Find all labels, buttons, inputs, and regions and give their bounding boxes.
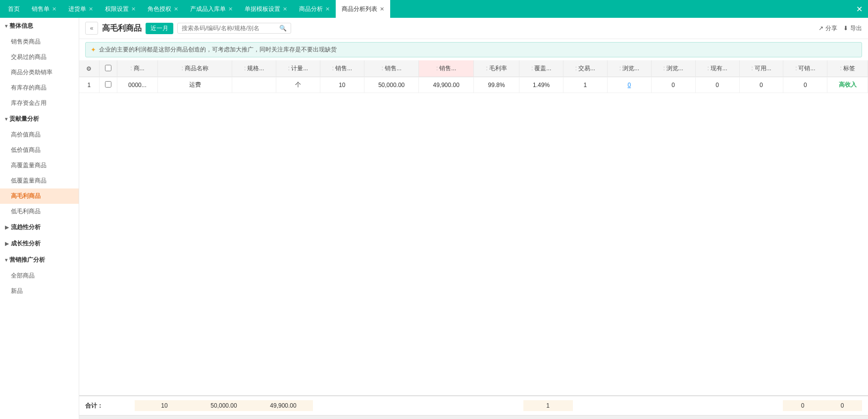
sidebar-item-traded-goods[interactable]: 交易过的商品: [0, 49, 79, 65]
recent-month-button[interactable]: 近一月: [146, 23, 173, 34]
sidebar-item-sales-goods[interactable]: 销售类商品: [0, 34, 79, 49]
hint-icon: ✦: [91, 46, 96, 53]
row-current: 0: [695, 77, 739, 93]
product-table: ⚙ :商... :商品名称 :规格... :计量... :销售... :销售..…: [79, 60, 868, 93]
sidebar-item-all-goods[interactable]: 全部商品: [0, 268, 79, 283]
col-browse1: :浏览...: [607, 60, 651, 77]
close-icon[interactable]: ✕: [174, 6, 178, 12]
sidebar-group-trend[interactable]: ▶ 流趋性分析: [0, 219, 79, 235]
chevron-down-icon: ▾: [5, 23, 7, 29]
total-sale1: 10: [135, 400, 194, 411]
sidebar-group-overall[interactable]: ▾ 整体信息: [0, 18, 79, 34]
nav-item-template[interactable]: 单据模板设置 ✕: [239, 0, 293, 18]
col-settings[interactable]: ⚙: [79, 60, 99, 77]
collapse-icon: «: [90, 25, 94, 32]
settings-icon: ⚙: [86, 65, 92, 72]
col-tag: :标签: [827, 60, 868, 77]
row-code[interactable]: 0000...: [117, 77, 158, 93]
close-icon[interactable]: ✕: [228, 6, 233, 12]
row-unit: 个: [276, 77, 320, 93]
row-name[interactable]: 运费: [158, 77, 232, 93]
row-sale3: 49,900.00: [419, 77, 474, 93]
hint-bar: ✦ 企业的主要的利润都是这部分商品创造的，可考虑加大推广，同时关注库存是不要出现…: [85, 42, 862, 57]
search-input[interactable]: [182, 25, 277, 32]
nav-item-home[interactable]: 首页: [2, 0, 26, 18]
close-icon[interactable]: ✕: [89, 6, 93, 12]
sidebar-group-marketing[interactable]: ▾ 营销推广分析: [0, 252, 79, 268]
col-sale3: :销售...: [419, 60, 474, 77]
content-area: « 高毛利商品 近一月 🔍 ↗ 分享 ⬇ 导出 ✦ 企业的主要: [79, 18, 868, 419]
nav-item-sales[interactable]: 销售单 ✕: [26, 0, 62, 18]
chevron-down-icon: ▾: [5, 257, 7, 263]
sidebar-item-in-stock-goods[interactable]: 有库存的商品: [0, 80, 79, 95]
row-spec: [232, 77, 276, 93]
row-select-checkbox[interactable]: [105, 81, 111, 88]
sidebar-group-growth[interactable]: ▶ 成长性分析: [0, 235, 79, 252]
nav-item-purchase[interactable]: 进货单 ✕: [62, 0, 99, 18]
main-layout: ▾ 整体信息 销售类商品 交易过的商品 商品分类助销率 有库存的商品 库存资金占…: [0, 18, 868, 419]
col-gross-rate: :毛利率: [473, 60, 519, 77]
row-gross-rate: 99.8%: [473, 77, 519, 93]
col-spec: :规格...: [232, 60, 276, 77]
close-icon[interactable]: ✕: [325, 6, 330, 12]
data-table-wrapper: ⚙ :商... :商品名称 :规格... :计量... :销售... :销售..…: [79, 60, 868, 395]
total-val1: 0: [783, 400, 822, 411]
sidebar-item-low-value[interactable]: 低价值商品: [0, 142, 79, 158]
row-browse1[interactable]: 0: [607, 77, 651, 93]
row-sale1: 10: [320, 77, 364, 93]
row-index: 1: [79, 77, 99, 93]
sidebar-item-low-margin[interactable]: 低毛利商品: [0, 204, 79, 219]
col-saleable: :可销...: [783, 60, 827, 77]
nav-item-roles[interactable]: 角色授权 ✕: [142, 0, 184, 18]
select-all-checkbox[interactable]: [105, 65, 111, 71]
share-button[interactable]: ↗ 分享: [818, 24, 837, 33]
sidebar-group-contribution[interactable]: ▾ 贡献量分析: [0, 111, 79, 127]
col-sale1: :销售...: [320, 60, 364, 77]
col-browse2: :浏览...: [651, 60, 695, 77]
col-checkbox[interactable]: [99, 60, 117, 77]
sidebar-item-high-margin[interactable]: 高毛利商品: [0, 188, 79, 204]
total-val2: 0: [822, 400, 862, 411]
total-sale3: 49,900.00: [254, 400, 313, 411]
table-row: 1 0000... 运费 个 10 50,000.00 49,900.00 99…: [79, 77, 868, 93]
content-header: « 高毛利商品 近一月 🔍 ↗ 分享 ⬇ 导出: [79, 18, 868, 39]
sidebar-item-new-goods[interactable]: 新品: [0, 283, 79, 299]
close-icon[interactable]: ✕: [52, 6, 56, 12]
sidebar: ▾ 整体信息 销售类商品 交易过的商品 商品分类助销率 有库存的商品 库存资金占…: [0, 18, 79, 419]
top-navigation: 首页 销售单 ✕ 进货单 ✕ 权限设置 ✕ 角色授权 ✕ 产成品入库单 ✕ 单据…: [0, 0, 868, 18]
chevron-right-icon: ▶: [5, 225, 9, 230]
sidebar-item-high-value[interactable]: 高价值商品: [0, 127, 79, 142]
col-available: :可用...: [739, 60, 783, 77]
sidebar-item-inventory-capital[interactable]: 库存资金占用: [0, 95, 79, 111]
total-bar: 合计： 10 50,000.00 49,900.00 1 0 0: [79, 395, 868, 415]
total-trade: 1: [523, 400, 573, 411]
total-label: 合计：: [85, 402, 135, 410]
nav-item-permissions[interactable]: 权限设置 ✕: [99, 0, 142, 18]
close-icon[interactable]: ✕: [380, 6, 384, 12]
col-code: :商...: [117, 60, 158, 77]
chevron-down-icon: ▾: [5, 116, 7, 122]
header-actions: ↗ 分享 ⬇ 导出: [818, 24, 862, 33]
sidebar-item-high-coverage[interactable]: 高覆盖量商品: [0, 158, 79, 173]
close-icon[interactable]: ✕: [131, 6, 136, 12]
col-name: :商品名称: [158, 60, 232, 77]
nav-item-product-analysis-list[interactable]: 商品分析列表 ✕: [336, 0, 390, 18]
sidebar-item-category-sales-rate[interactable]: 商品分类助销率: [0, 65, 79, 80]
close-icon[interactable]: ✕: [283, 6, 287, 12]
row-checkbox[interactable]: [99, 77, 117, 93]
horizontal-scrollbar[interactable]: [79, 415, 868, 419]
search-box: 🔍: [177, 23, 291, 34]
col-unit: :计量...: [276, 60, 320, 77]
chevron-right-icon: ▶: [5, 241, 9, 246]
total-sale2: 50,000.00: [194, 400, 254, 411]
col-current: :现有...: [695, 60, 739, 77]
window-close-button[interactable]: ✕: [850, 0, 868, 18]
export-icon: ⬇: [843, 25, 848, 32]
col-coverage: :覆盖...: [519, 60, 563, 77]
nav-item-product-entry[interactable]: 产成品入库单 ✕: [184, 0, 239, 18]
search-icon[interactable]: 🔍: [279, 25, 287, 32]
sidebar-collapse-button[interactable]: «: [85, 22, 98, 35]
sidebar-item-low-coverage[interactable]: 低覆盖量商品: [0, 173, 79, 188]
nav-item-product-analysis[interactable]: 商品分析 ✕: [293, 0, 336, 18]
export-button[interactable]: ⬇ 导出: [843, 24, 862, 33]
